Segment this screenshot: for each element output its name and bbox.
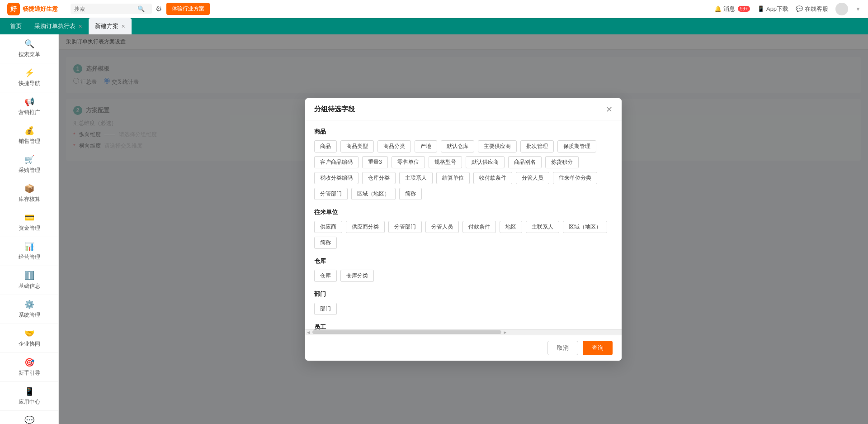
experience-btn[interactable]: 体验行业方案 xyxy=(166,3,210,15)
tag-main-contact-partner[interactable]: 主联系人 xyxy=(526,221,559,233)
sidebar-item-enterprise[interactable]: 🤝 企业协同 xyxy=(0,324,58,353)
sidebar-item-appstore[interactable]: 📱 应用中心 xyxy=(0,382,58,411)
app-icon: 📱 xyxy=(757,5,764,12)
tab-new-plan-close-icon[interactable]: ✕ xyxy=(121,24,125,29)
tag-warehouse-cat[interactable]: 仓库分类 xyxy=(340,270,374,282)
tag-default-warehouse[interactable]: 默认仓库 xyxy=(441,140,474,152)
modal-footer: 取消 查询 xyxy=(305,335,622,361)
section-department-title: 部门 xyxy=(314,290,613,298)
sidebar-item-inventory[interactable]: 📦 库存核算 xyxy=(0,179,58,208)
sidebar-item-finance[interactable]: 💳 资金管理 xyxy=(0,208,58,237)
content-area: 采购订单执行表方案设置 1 选择模板 汇总表 交叉统计表 2 方案配置 汇总维 xyxy=(59,34,868,424)
confirm-button[interactable]: 查询 xyxy=(583,341,613,355)
sidebar-item-sales[interactable]: 💰 销售管理 xyxy=(0,121,58,150)
tag-spec-model[interactable]: 规格型号 xyxy=(429,156,462,168)
sidebar-item-marketing-label: 营销推广 xyxy=(19,109,40,116)
section-department-tags: 部门 xyxy=(314,303,613,315)
search-icon: 🔍 xyxy=(137,5,145,12)
sidebar-item-guide-label: 新手引导 xyxy=(19,369,40,377)
sidebar-item-quicknav[interactable]: ⚡ 快捷导航 xyxy=(0,63,58,92)
tag-tax-code[interactable]: 税收分类编码 xyxy=(314,172,359,184)
tag-main-contact[interactable]: 主联系人 xyxy=(399,172,433,184)
purchase-icon: 🛒 xyxy=(24,155,34,165)
tag-product-category[interactable]: 商品分类 xyxy=(377,140,411,152)
section-product-tags: 商品 商品类型 商品分类 产地 默认仓库 主要供应商 批次管理 保质期管理 客户… xyxy=(314,140,613,200)
tag-weight3[interactable]: 重量3 xyxy=(362,156,388,168)
tag-payment-cond[interactable]: 付款条件 xyxy=(462,221,496,233)
notification-btn[interactable]: 🔔 消息 99+ xyxy=(714,5,750,13)
logo-text: 畅捷通好生意 xyxy=(23,5,58,13)
app-download-btn[interactable]: 📱 App下载 xyxy=(757,5,788,13)
tag-dept[interactable]: 分管部门 xyxy=(314,188,348,200)
tag-area-partner[interactable]: 区域（地区） xyxy=(563,221,607,233)
tag-supplier-category[interactable]: 供应商分类 xyxy=(346,221,385,233)
sidebar-item-search[interactable]: 🔍 搜索菜单 xyxy=(0,34,58,63)
tag-supervisor-partner[interactable]: 分管人员 xyxy=(425,221,459,233)
tag-retail-unit[interactable]: 零售单位 xyxy=(392,156,425,168)
tab-home[interactable]: 首页 xyxy=(4,18,28,34)
sidebar-item-guide[interactable]: 🎯 新手引导 xyxy=(0,353,58,382)
avatar[interactable] xyxy=(835,3,848,15)
search-bar[interactable]: 🔍 xyxy=(71,4,152,14)
tab-purchase-close-icon[interactable]: ✕ xyxy=(78,24,82,29)
quicknav-icon: ⚡ xyxy=(24,68,34,78)
tag-customer-code[interactable]: 客户商品编码 xyxy=(314,156,359,168)
tag-product-type[interactable]: 商品类型 xyxy=(340,140,374,152)
sidebar-item-finance-label: 资金管理 xyxy=(19,224,40,232)
sidebar-item-basic-info[interactable]: ℹ️ 基础信息 xyxy=(0,266,58,295)
dropdown-icon[interactable]: ▼ xyxy=(855,6,861,12)
tag-product[interactable]: 商品 xyxy=(314,140,337,152)
nav-tabs: 首页 采购订单执行表 ✕ 新建方案 ✕ xyxy=(0,18,868,34)
tag-main-supplier[interactable]: 主要供应商 xyxy=(478,140,517,152)
tag-origin[interactable]: 产地 xyxy=(415,140,437,152)
tag-payment-terms[interactable]: 收付款条件 xyxy=(473,172,512,184)
guide-icon: 🎯 xyxy=(24,357,34,367)
section-department: 部门 部门 xyxy=(314,290,613,315)
tag-region-partner[interactable]: 地区 xyxy=(500,221,522,233)
enterprise-icon: 🤝 xyxy=(24,329,34,338)
tag-short-name-product[interactable]: 简称 xyxy=(399,188,422,200)
gear-icon[interactable]: ⚙ xyxy=(156,5,162,13)
sidebar-item-system-label: 系统管理 xyxy=(19,311,40,319)
tag-warehouse-category[interactable]: 仓库分类 xyxy=(362,172,396,184)
sidebar-item-purchase[interactable]: 🛒 采购管理 xyxy=(0,150,58,179)
tag-supplier[interactable]: 供应商 xyxy=(314,221,342,233)
sidebar-item-operations[interactable]: 📊 经营管理 xyxy=(0,237,58,266)
tab-new-plan[interactable]: 新建方案 ✕ xyxy=(89,18,132,34)
section-warehouse-tags: 仓库 仓库分类 xyxy=(314,270,613,282)
tag-partner-category[interactable]: 往来单位分类 xyxy=(553,172,597,184)
hscroll-thumb[interactable] xyxy=(312,330,501,334)
section-employee: 员工 业务员 xyxy=(314,323,613,329)
logo-icon: 好 xyxy=(7,3,20,15)
section-warehouse: 仓库 仓库 仓库分类 xyxy=(314,257,613,282)
appstore-icon: 📱 xyxy=(24,386,34,396)
section-warehouse-title: 仓库 xyxy=(314,257,613,265)
tag-batch-mgmt[interactable]: 批次管理 xyxy=(520,140,554,152)
online-service-btn[interactable]: 💬 在线客服 xyxy=(796,5,828,13)
search-input[interactable] xyxy=(74,6,137,12)
modal-body: 商品 商品 商品类型 商品分类 产地 默认仓库 主要供应商 批次管理 保质期管理… xyxy=(305,120,622,329)
tag-settlement-unit[interactable]: 结算单位 xyxy=(436,172,470,184)
tag-dept-partner[interactable]: 分管部门 xyxy=(388,221,422,233)
tag-alias[interactable]: 商品别名 xyxy=(508,156,542,168)
cancel-button[interactable]: 取消 xyxy=(547,341,578,355)
tag-warehouse[interactable]: 仓库 xyxy=(314,270,337,282)
sidebar-item-purchase-label: 采购管理 xyxy=(19,167,40,174)
tag-short-name-partner[interactable]: 简称 xyxy=(314,237,337,249)
tag-default-supplier[interactable]: 默认供应商 xyxy=(466,156,505,168)
sidebar-item-marketing[interactable]: 📢 营销推广 xyxy=(0,92,58,121)
modal-close-btn[interactable]: ✕ xyxy=(606,105,613,114)
tab-purchase-list[interactable]: 采购订单执行表 ✕ xyxy=(28,18,89,34)
sales-icon: 💰 xyxy=(24,126,34,136)
tag-points[interactable]: 炼货积分 xyxy=(545,156,579,168)
service-icon: 💬 xyxy=(796,5,803,12)
tag-region-product[interactable]: 区域（地区） xyxy=(351,188,396,200)
sidebar-item-system[interactable]: ⚙️ 系统管理 xyxy=(0,295,58,324)
section-partner-tags: 供应商 供应商分类 分管部门 分管人员 付款条件 地区 主联系人 区域（地区） … xyxy=(314,221,613,249)
tag-supervisor[interactable]: 分管人员 xyxy=(516,172,549,184)
tag-shelf-life[interactable]: 保质期管理 xyxy=(557,140,596,152)
sidebar-item-operations-label: 经营管理 xyxy=(19,253,40,261)
modal-hscroll[interactable]: ◄ ► xyxy=(305,329,622,335)
sidebar-item-weixin[interactable]: 💬 企业微信 xyxy=(0,411,58,424)
tag-department[interactable]: 部门 xyxy=(314,303,337,315)
